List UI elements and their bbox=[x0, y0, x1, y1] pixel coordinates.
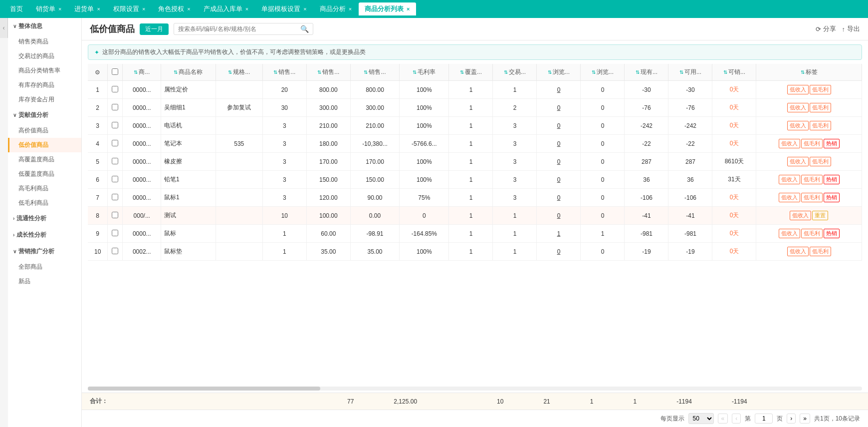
search-input[interactable] bbox=[178, 25, 297, 32]
first-page-btn[interactable]: « bbox=[718, 414, 728, 424]
row-checkbox[interactable] bbox=[112, 248, 118, 254]
sidebar-group-营销推广分析[interactable]: ∨营销推广分析 bbox=[8, 243, 81, 260]
nav-item-单据模板设置[interactable]: 单据模板设置× bbox=[255, 2, 312, 15]
last-page-btn[interactable]: » bbox=[800, 414, 810, 424]
col-trade[interactable]: ⇅交易... bbox=[493, 64, 537, 81]
sidebar-item-销售类商品[interactable]: 销售类商品 bbox=[8, 34, 81, 49]
search-icon[interactable]: 🔍 bbox=[300, 25, 309, 33]
row-checkbox-cell[interactable] bbox=[108, 81, 123, 99]
col-sale-amount[interactable]: ⇅销售... bbox=[350, 64, 399, 81]
browse1-link[interactable]: 0 bbox=[557, 140, 561, 147]
sidebar-item-低毛利商品[interactable]: 低毛利商品 bbox=[8, 196, 81, 210]
nav-close-icon[interactable]: × bbox=[349, 6, 352, 12]
browse1-link[interactable]: 0 bbox=[557, 194, 561, 201]
browse1-link[interactable]: 0 bbox=[557, 158, 561, 165]
row-browse1[interactable]: 0 bbox=[537, 153, 581, 171]
row-browse1[interactable]: 0 bbox=[537, 207, 581, 225]
row-browse1[interactable]: 0 bbox=[537, 243, 581, 261]
row-checkbox[interactable] bbox=[112, 212, 118, 218]
nav-item-进货单[interactable]: 进货单× bbox=[68, 2, 106, 15]
nav-close-icon[interactable]: × bbox=[187, 6, 190, 12]
select-all-checkbox[interactable] bbox=[112, 68, 118, 75]
sidebar-group-成长性分析[interactable]: ›成长性分析 bbox=[8, 227, 81, 243]
row-browse1[interactable]: 0 bbox=[537, 81, 581, 99]
nav-close-icon[interactable]: × bbox=[407, 6, 410, 12]
horizontal-scrollbar[interactable] bbox=[88, 387, 862, 391]
sidebar-group-贡献值分析[interactable]: ∨贡献值分析 bbox=[8, 107, 81, 123]
nav-close-icon[interactable]: × bbox=[142, 6, 145, 12]
sidebar-item-商品分类销售率[interactable]: 商品分类销售率 bbox=[8, 63, 81, 78]
browse1-link[interactable]: 0 bbox=[557, 104, 561, 111]
col-browse1[interactable]: ⇅浏览... bbox=[537, 64, 581, 81]
prev-page-btn[interactable]: ‹ bbox=[732, 414, 741, 424]
row-browse1[interactable]: 0 bbox=[537, 117, 581, 135]
row-checkbox[interactable] bbox=[112, 140, 118, 146]
share-btn[interactable]: ⟳ 分享 bbox=[816, 24, 836, 33]
row-checkbox[interactable] bbox=[112, 122, 118, 128]
col-spec[interactable]: ⇅规格... bbox=[216, 64, 262, 81]
sidebar-group-整体信息[interactable]: ∨整体信息 bbox=[8, 18, 81, 34]
settings-icon[interactable]: ⚙ bbox=[95, 69, 100, 76]
nav-item-首页[interactable]: 首页 bbox=[4, 2, 29, 15]
col-tags[interactable]: ⇅标签 bbox=[756, 64, 862, 81]
sidebar-item-低价值商品[interactable]: 低价值商品 bbox=[8, 138, 81, 152]
col-name[interactable]: ⇅商品名称 bbox=[161, 64, 216, 81]
nav-close-icon[interactable]: × bbox=[303, 6, 306, 12]
sidebar-item-库存资金占用[interactable]: 库存资金占用 bbox=[8, 92, 81, 107]
row-checkbox-cell[interactable] bbox=[108, 243, 123, 261]
nav-close-icon[interactable]: × bbox=[245, 6, 248, 12]
filter-recent-month-btn[interactable]: 近一月 bbox=[140, 23, 169, 35]
row-checkbox-cell[interactable] bbox=[108, 189, 123, 207]
row-checkbox-cell[interactable] bbox=[108, 207, 123, 225]
browse1-link[interactable]: 0 bbox=[557, 86, 561, 93]
page-input[interactable] bbox=[755, 414, 773, 424]
col-current[interactable]: ⇅现有... bbox=[625, 64, 668, 81]
row-browse1[interactable]: 0 bbox=[537, 135, 581, 153]
sidebar-group-流通性分析[interactable]: ›流通性分析 bbox=[8, 210, 81, 227]
browse1-link[interactable]: 0 bbox=[557, 248, 561, 255]
row-checkbox[interactable] bbox=[112, 194, 118, 200]
row-browse1[interactable]: 1 bbox=[537, 225, 581, 243]
browse1-link[interactable]: 0 bbox=[557, 176, 561, 183]
scroll-thumb[interactable] bbox=[88, 387, 320, 391]
row-checkbox[interactable] bbox=[112, 176, 118, 182]
sidebar-collapse-btn[interactable]: ‹ bbox=[0, 18, 8, 38]
row-checkbox-cell[interactable] bbox=[108, 99, 123, 117]
nav-close-icon[interactable]: × bbox=[58, 6, 61, 12]
nav-item-商品分析[interactable]: 商品分析× bbox=[314, 2, 358, 15]
nav-item-销货单[interactable]: 销货单× bbox=[30, 2, 67, 15]
col-coverage[interactable]: ⇅覆盖... bbox=[449, 64, 493, 81]
row-checkbox[interactable] bbox=[112, 230, 118, 236]
col-saleable[interactable]: ⇅可销... bbox=[712, 64, 756, 81]
sidebar-item-全部商品[interactable]: 全部商品 bbox=[8, 260, 81, 274]
col-gross-rate[interactable]: ⇅毛利率 bbox=[400, 64, 449, 81]
sidebar-item-高毛利商品[interactable]: 高毛利商品 bbox=[8, 181, 81, 196]
col-available[interactable]: ⇅可用... bbox=[668, 64, 712, 81]
row-checkbox[interactable] bbox=[112, 158, 118, 164]
nav-item-产成品入库单[interactable]: 产成品入库单× bbox=[198, 2, 254, 15]
sidebar-item-高价值商品[interactable]: 高价值商品 bbox=[8, 123, 81, 138]
sidebar-item-低覆盖度商品[interactable]: 低覆盖度商品 bbox=[8, 167, 81, 181]
sidebar-item-交易过的商品[interactable]: 交易过的商品 bbox=[8, 49, 81, 63]
page-size-select[interactable]: 2050100 bbox=[688, 413, 714, 424]
nav-item-商品分析列表[interactable]: 商品分析列表× bbox=[359, 2, 416, 15]
browse1-link[interactable]: 0 bbox=[557, 212, 561, 219]
sidebar-item-新品[interactable]: 新品 bbox=[8, 274, 81, 289]
nav-item-角色授权[interactable]: 角色授权× bbox=[152, 2, 196, 15]
row-checkbox-cell[interactable] bbox=[108, 135, 123, 153]
nav-item-权限设置[interactable]: 权限设置× bbox=[107, 2, 151, 15]
nav-close-icon[interactable]: × bbox=[97, 6, 100, 12]
browse1-link[interactable]: 1 bbox=[557, 230, 561, 237]
browse1-link[interactable]: 0 bbox=[557, 122, 561, 129]
sidebar-item-有库存的商品[interactable]: 有库存的商品 bbox=[8, 78, 81, 92]
col-code[interactable]: ⇅商... bbox=[123, 64, 161, 81]
next-page-btn[interactable]: › bbox=[787, 414, 796, 424]
row-browse1[interactable]: 0 bbox=[537, 171, 581, 189]
row-checkbox[interactable] bbox=[112, 86, 118, 92]
col-browse2[interactable]: ⇅浏览... bbox=[581, 64, 625, 81]
row-browse1[interactable]: 0 bbox=[537, 189, 581, 207]
row-checkbox-cell[interactable] bbox=[108, 153, 123, 171]
col-settings[interactable]: ⚙ bbox=[88, 64, 108, 81]
col-sale-price[interactable]: ⇅销售... bbox=[306, 64, 350, 81]
row-checkbox[interactable] bbox=[112, 104, 118, 110]
